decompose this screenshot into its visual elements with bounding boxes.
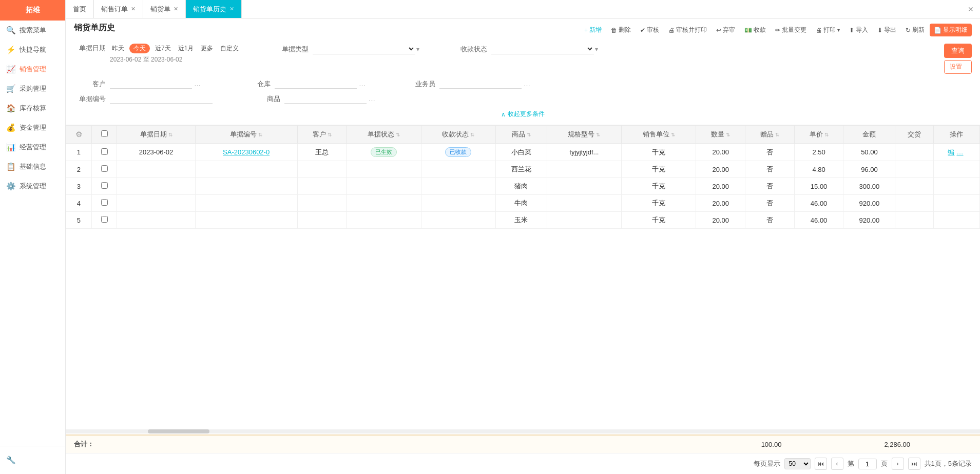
- col-doc-date[interactable]: 单据日期⇅: [117, 126, 195, 144]
- col-unit[interactable]: 销售单位⇅: [622, 126, 696, 144]
- last-page-btn[interactable]: ⏭: [908, 458, 920, 470]
- col-gift[interactable]: 赠品⇅: [745, 126, 795, 144]
- salesperson-input[interactable]: [439, 79, 522, 89]
- col-qty[interactable]: 数量⇅: [696, 126, 745, 144]
- tab-sales-delivery[interactable]: 销货单 ✕: [143, 0, 186, 18]
- next-page-btn[interactable]: ›: [892, 458, 904, 470]
- settings-icon[interactable]: ⚙: [75, 130, 82, 139]
- horizontal-scrollbar[interactable]: [66, 429, 980, 433]
- new-button[interactable]: + 新增: [580, 24, 606, 36]
- batch-change-button[interactable]: ✏ 批量变更: [771, 24, 811, 36]
- export-button[interactable]: ⬇ 导出: [873, 24, 900, 36]
- print-button[interactable]: 🖨 打印 ▾: [812, 24, 844, 36]
- row-actions[interactable]: 编…: [933, 144, 979, 161]
- sidebar-item-purchase-mgmt[interactable]: 🛒 采购管理: [0, 79, 65, 98]
- warehouse-input[interactable]: [275, 79, 357, 89]
- row-checkbox[interactable]: [91, 144, 117, 161]
- customer-input[interactable]: [110, 79, 192, 89]
- collect-button[interactable]: 💵 收款: [740, 24, 770, 36]
- sidebar-item-basic-info[interactable]: 📋 基础信息: [0, 157, 65, 176]
- row-doc-no[interactable]: [195, 161, 297, 178]
- delete-button[interactable]: 🗑 删除: [607, 24, 635, 36]
- col-settings[interactable]: ⚙: [66, 126, 92, 144]
- doc-type-select[interactable]: [313, 44, 415, 54]
- sidebar-item-search-menu[interactable]: 🔍 搜索菜单: [0, 21, 65, 40]
- sidebar-item-system-mgmt[interactable]: ⚙️ 系统管理: [0, 176, 65, 196]
- row-doc-no[interactable]: [195, 195, 297, 212]
- date-tab-1month[interactable]: 近1月: [176, 44, 196, 53]
- page-number-input[interactable]: 1: [858, 459, 877, 469]
- select-all-checkbox[interactable]: [101, 130, 108, 137]
- display-button[interactable]: 📄 显示明细: [930, 24, 972, 36]
- abandon-button[interactable]: ↩ 弃审: [712, 24, 739, 36]
- col-collect-status[interactable]: 收款状态⇅: [421, 126, 495, 144]
- col-goods[interactable]: 商品⇅: [496, 126, 547, 144]
- row-checkbox-input[interactable]: [101, 148, 108, 155]
- tab-sales-history-close[interactable]: ✕: [229, 6, 234, 12]
- row-actions[interactable]: [933, 161, 979, 178]
- sidebar-item-settings-bottom[interactable]: 🔧: [0, 450, 65, 470]
- row-actions[interactable]: [933, 195, 979, 212]
- action-更多[interactable]: …: [956, 148, 963, 156]
- refresh-button[interactable]: ↻ 刷新: [901, 24, 929, 36]
- doc-no-link[interactable]: SA-20230602-0: [223, 148, 270, 156]
- salesperson-dots[interactable]: …: [522, 80, 532, 88]
- collect-status-select[interactable]: [491, 44, 594, 54]
- row-doc-no[interactable]: [195, 178, 297, 195]
- row-actions[interactable]: [933, 212, 979, 229]
- customer-dots[interactable]: …: [192, 80, 203, 88]
- row-checkbox-input[interactable]: [101, 216, 108, 223]
- prev-page-btn[interactable]: ‹: [831, 458, 843, 470]
- sidebar-item-operations[interactable]: 📊 经营管理: [0, 137, 65, 157]
- goods-dots[interactable]: …: [367, 95, 377, 103]
- date-tab-custom[interactable]: 自定义: [218, 44, 241, 53]
- row-checkbox[interactable]: [91, 161, 117, 178]
- collect-icon: 💵: [744, 27, 752, 34]
- sidebar-item-sales-mgmt[interactable]: 📈 销售管理: [0, 60, 65, 79]
- warehouse-dots[interactable]: …: [357, 80, 368, 88]
- sidebar-item-quick-nav[interactable]: ⚡ 快捷导航: [0, 40, 65, 60]
- row-checkbox[interactable]: [91, 178, 117, 195]
- tab-sales-order-close[interactable]: ✕: [131, 6, 136, 12]
- audit-button[interactable]: ✔ 审核: [636, 24, 663, 36]
- row-checkbox-input[interactable]: [101, 182, 108, 189]
- col-doc-status[interactable]: 单据状态⇅: [347, 126, 421, 144]
- row-actions[interactable]: [933, 178, 979, 195]
- row-checkbox[interactable]: [91, 195, 117, 212]
- sidebar-item-inventory[interactable]: 🏠 库存核算: [0, 98, 65, 118]
- col-customer[interactable]: 客户⇅: [297, 126, 347, 144]
- goods-input[interactable]: [284, 94, 367, 104]
- query-button[interactable]: 查询: [944, 44, 972, 58]
- row-checkbox-input[interactable]: [101, 199, 108, 206]
- tab-close-all[interactable]: ✕: [962, 5, 980, 13]
- purchase-mgmt-icon: 🛒: [6, 84, 15, 93]
- row-checkbox-input[interactable]: [101, 165, 108, 172]
- date-tab-7days[interactable]: 近7天: [153, 44, 173, 53]
- row-doc-no[interactable]: [195, 212, 297, 229]
- row-spec: [547, 161, 621, 178]
- tab-home[interactable]: 首页: [66, 0, 94, 18]
- tab-sales-delivery-close[interactable]: ✕: [174, 6, 178, 12]
- audit-print-button[interactable]: 🖨 审核并打印: [664, 24, 711, 36]
- page-label: 第: [848, 459, 854, 468]
- tab-sales-history[interactable]: 销货单历史 ✕: [186, 0, 242, 18]
- doc-no-input[interactable]: [110, 94, 213, 104]
- col-doc-no[interactable]: 单据编号⇅: [195, 126, 297, 144]
- import-button[interactable]: ⬆ 导入: [845, 24, 872, 36]
- collapse-btn[interactable]: ∧ 收起更多条件: [501, 108, 545, 121]
- per-page-select[interactable]: 50 100 200: [784, 458, 811, 469]
- action-编辑[interactable]: 编: [948, 148, 954, 156]
- date-tab-yesterday[interactable]: 昨天: [110, 44, 126, 53]
- date-tab-today[interactable]: 今天: [129, 44, 150, 53]
- set-button[interactable]: 设置: [944, 60, 972, 74]
- row-checkbox[interactable]: [91, 212, 117, 229]
- sidebar-item-finance[interactable]: 💰 资金管理: [0, 118, 65, 137]
- tab-sales-order[interactable]: 销售订单 ✕: [94, 0, 143, 18]
- finance-icon: 💰: [6, 123, 15, 132]
- first-page-btn[interactable]: ⏮: [815, 458, 827, 470]
- scroll-thumb[interactable]: [148, 429, 209, 433]
- date-tab-more[interactable]: 更多: [199, 44, 215, 53]
- row-doc-no[interactable]: SA-20230602-0: [195, 144, 297, 161]
- col-unit-price[interactable]: 单价⇅: [794, 126, 843, 144]
- col-spec[interactable]: 规格型号⇅: [547, 126, 621, 144]
